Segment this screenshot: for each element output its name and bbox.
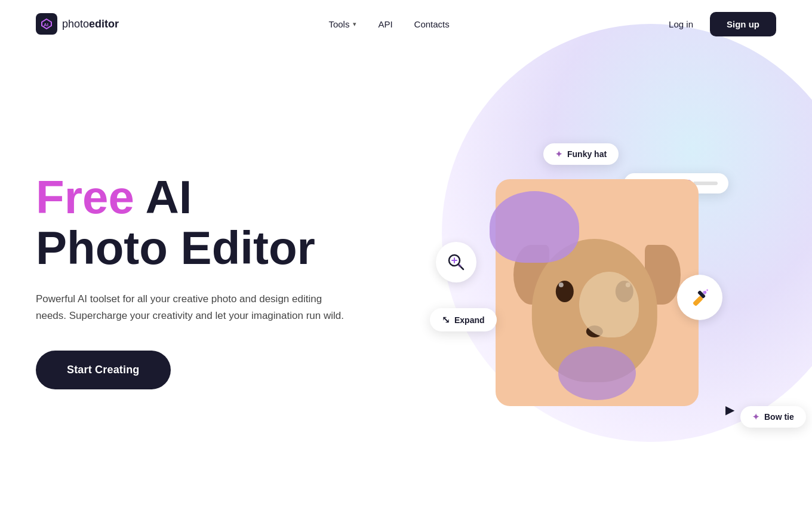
- login-button[interactable]: Log in: [659, 14, 703, 34]
- svg-text:✦: ✦: [706, 288, 709, 292]
- hero-subtitle: Powerful AI toolset for all your creativ…: [36, 291, 346, 324]
- svg-text:AI: AI: [44, 22, 48, 27]
- illustration-wrapper: ✦ Funky hat: [430, 125, 728, 436]
- hero-left: Free AI Photo Editor Powerful AI toolset…: [36, 172, 382, 390]
- paint-icon-bubble: ✦ ✦: [677, 275, 722, 320]
- magic-icon: ✦ ✦: [689, 287, 710, 308]
- navbar: AI photoeditor Tools ▾ API Contacts Log …: [0, 0, 812, 48]
- funky-hat-tag: ✦ Funky hat: [543, 143, 619, 165]
- signup-button[interactable]: Sign up: [710, 12, 776, 36]
- zoom-icon: [447, 253, 466, 272]
- nav-tools-item[interactable]: Tools ▾: [328, 19, 356, 29]
- logo-icon: AI: [36, 13, 57, 35]
- start-creating-button[interactable]: Start Creating: [36, 351, 171, 389]
- hat-blob: [490, 191, 579, 263]
- nav-links: Tools ▾ API Contacts: [328, 19, 449, 29]
- expand-icon: ⤡: [442, 314, 450, 325]
- dog-card: [496, 179, 699, 406]
- nav-actions: Log in Sign up: [659, 12, 776, 36]
- logo[interactable]: AI photoeditor: [36, 13, 119, 35]
- cursor-icon: ▶: [725, 403, 734, 417]
- sparkle-icon-2: ✦: [752, 412, 759, 422]
- expand-tag: ⤡ Expand: [430, 308, 497, 331]
- tools-link[interactable]: Tools: [328, 19, 349, 29]
- contacts-link[interactable]: Contacts: [414, 19, 450, 29]
- logo-text: photoeditor: [62, 18, 119, 30]
- bow-tie-tag: ✦ Bow tie: [740, 406, 806, 428]
- sparkle-icon: ✦: [555, 149, 562, 159]
- chevron-down-icon: ▾: [353, 20, 356, 28]
- hero-section: Free AI Photo Editor Powerful AI toolset…: [0, 48, 812, 502]
- zoom-icon-bubble: [436, 242, 476, 282]
- svg-point-6: [458, 264, 462, 268]
- api-link[interactable]: API: [378, 19, 392, 29]
- hero-right: ✦ Funky hat: [382, 125, 776, 436]
- dog-white-patch: [579, 272, 639, 337]
- hero-title: Free AI Photo Editor: [36, 172, 382, 275]
- neck-blob: [558, 346, 636, 400]
